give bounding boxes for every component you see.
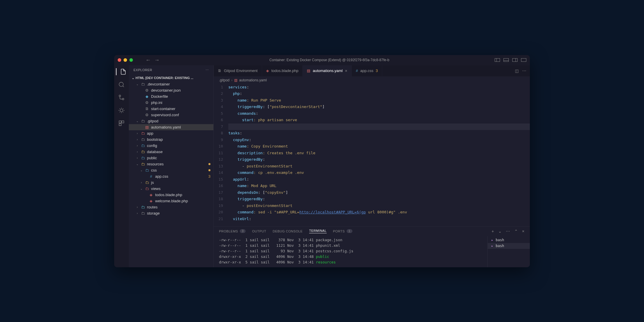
debug-activity-icon[interactable] (118, 107, 125, 114)
toggle-secondary-sidebar-icon[interactable] (512, 58, 518, 62)
folder-icon: 🗀 (145, 186, 149, 191)
titlebar: ← → Container: Existing Docker Compose (… (114, 55, 530, 65)
panel-tab-ports[interactable]: PORTS1 (333, 229, 352, 233)
terminal-label: bash (496, 238, 504, 242)
tab-app-css[interactable]: #app.css3 (352, 65, 382, 76)
tree-item-bootstrap[interactable]: ›🗀bootstrap (129, 136, 213, 143)
tab-label: todos.blade.php (271, 68, 299, 73)
terminal-instance[interactable]: ▸bash (488, 243, 530, 249)
new-terminal-icon[interactable]: + (491, 229, 494, 234)
split-editor-icon[interactable]: ◫ (515, 68, 519, 73)
layout-controls (495, 58, 526, 62)
chevron-icon: › (136, 212, 139, 215)
tree-item-php-ini[interactable]: ⚙php.ini (129, 100, 213, 106)
tree-item--gitpod[interactable]: ⌄🗀.gitpod (129, 118, 213, 124)
tree-item-devcontainer-json[interactable]: ⚙devcontainer.json (129, 87, 213, 93)
code-line-20[interactable]: command: sed -i "s#APP_URL=http://localh… (228, 209, 530, 216)
tree-item-app[interactable]: ›🗀app (129, 130, 213, 136)
tree-item-css[interactable]: ⌄🗀css (129, 167, 213, 173)
toggle-primary-sidebar-icon[interactable] (495, 58, 500, 62)
chevron-down-icon: ⌄ (132, 76, 134, 80)
tree-item-start-container[interactable]: 🗎start-container (129, 106, 213, 112)
panel-tab-output[interactable]: OUTPUT (252, 229, 266, 233)
explorer-title: EXPLORER (133, 68, 152, 72)
terminal-output[interactable]: -rw-r--r-- 1 sail sail 378 Nov 3 14:41 p… (214, 236, 487, 267)
tree-item-label: css (151, 168, 157, 172)
back-button[interactable]: ← (145, 57, 151, 63)
tree-item--devcontainer[interactable]: ⌄🗀.devcontainer (129, 81, 213, 87)
panel-tab-terminal[interactable]: TERMINAL (309, 229, 327, 233)
tree-item-label: Dockerfile (151, 94, 168, 99)
tab-todos-blade-php[interactable]: ◈todos.blade.php (262, 65, 303, 76)
breadcrumb[interactable]: .gitpod › ▧ automations.yaml (214, 76, 530, 84)
code-line-1[interactable]: services: (228, 84, 530, 91)
close-window-button[interactable] (118, 58, 121, 62)
panel-tab-debug-console[interactable]: DEBUG CONSOLE (273, 229, 302, 233)
maximize-window-button[interactable] (129, 58, 133, 62)
chevron-icon: ⌄ (140, 187, 143, 190)
tree-item-config[interactable]: ›🗀config (129, 143, 213, 149)
minimize-window-button[interactable] (124, 58, 127, 62)
tree-item-resources[interactable]: ⌄🗀resources (129, 161, 213, 167)
maximize-panel-icon[interactable]: ⌃ (514, 229, 518, 234)
terminal-content: -rw-r--r-- 1 sail sail 378 Nov 3 14:41 p… (214, 236, 530, 267)
tree-item-automations-yaml[interactable]: ▧automations.yaml (129, 124, 213, 130)
code-line-6[interactable]: start: php artisan serve (228, 117, 530, 124)
code-line-3[interactable]: name: Run PHP Serve (228, 97, 530, 104)
panel-tab-problems[interactable]: PROBLEMS3 (219, 229, 246, 233)
tree-item-app-css[interactable]: #app.css3 (129, 173, 213, 179)
chevron-icon: › (136, 156, 139, 160)
explorer-activity-icon[interactable] (116, 68, 126, 75)
code-line-14[interactable]: command: cp .env.example .env (228, 169, 530, 176)
code-line-18[interactable]: triggeredBy: (228, 196, 530, 203)
workspace-section-header[interactable]: ⌄ HTML [DEV CONTAINER: EXISTING ... (129, 75, 213, 81)
tree-item-todos-blade-php[interactable]: ◈todos.blade.php (129, 192, 213, 198)
code-line-9[interactable]: copyEnv: (228, 137, 530, 143)
code-line-15[interactable]: appUrl: (228, 176, 530, 183)
chevron-icon: › (140, 181, 143, 184)
tree-item-label: bootstrap (147, 137, 163, 142)
search-activity-icon[interactable] (118, 81, 125, 88)
tree-item-js[interactable]: ›🗀js (129, 179, 213, 186)
tree-item-database[interactable]: ›🗀database (129, 149, 213, 155)
code-line-10[interactable]: name: Copy Environment (228, 143, 530, 150)
code-line-12[interactable]: triggeredBy: (228, 156, 530, 163)
code-line-19[interactable]: - postEnvironmentStart (228, 203, 530, 209)
code-line-5[interactable]: commands: (228, 110, 530, 117)
close-tab-icon[interactable]: × (345, 68, 347, 73)
code-content[interactable]: services: php: name: Run PHP Serve trigg… (228, 84, 530, 226)
folder-icon: 🗀 (141, 162, 145, 166)
panel-more-icon[interactable]: ⋯ (506, 229, 510, 234)
customize-layout-icon[interactable] (521, 58, 526, 62)
code-line-7[interactable] (228, 124, 530, 130)
window-title[interactable]: Container: Existing Docker Compose (Exte… (166, 58, 492, 62)
tree-item-welcome-blade-php[interactable]: ◈welcome.blade.php (129, 198, 213, 204)
code-line-13[interactable]: - postEnvironmentStart (228, 163, 530, 170)
more-actions-icon[interactable]: ⋯ (522, 68, 526, 73)
forward-button[interactable]: → (154, 57, 160, 63)
explorer-more-icon[interactable]: ⋯ (205, 68, 209, 72)
tree-item-public[interactable]: ›🗀public (129, 155, 213, 161)
extensions-activity-icon[interactable] (118, 120, 125, 127)
code-line-16[interactable]: name: Mod App URL (228, 183, 530, 189)
code-line-11[interactable]: description: Creates the .env file (228, 150, 530, 157)
code-line-21[interactable]: viteUrl: (228, 216, 530, 222)
tree-item-views[interactable]: ⌄🗀views (129, 186, 213, 192)
tree-item-supervisord-conf[interactable]: ⚙supervisord.conf (129, 112, 213, 118)
code-line-8[interactable]: tasks: (228, 130, 530, 137)
code-line-4[interactable]: triggeredBy: ["postDevcontainerStart"] (228, 104, 530, 110)
terminal-instance[interactable]: ▸bash (488, 237, 530, 243)
tree-item-storage[interactable]: ›🗀storage (129, 210, 213, 216)
tab-Gitpod-Environment[interactable]: 🗎Gitpod Environment (214, 65, 262, 76)
close-panel-icon[interactable]: × (522, 229, 525, 234)
tab-automations-yaml[interactable]: ▧automations.yaml× (303, 65, 352, 76)
toggle-panel-icon[interactable] (503, 58, 509, 62)
code-line-2[interactable]: php: (228, 90, 530, 97)
traffic-lights (118, 58, 133, 62)
tree-item-Dockerfile[interactable]: ◆Dockerfile (129, 93, 213, 100)
terminal-dropdown-icon[interactable]: ⌄ (498, 229, 502, 234)
tree-item-routes[interactable]: ›🗀routes (129, 204, 213, 210)
code-editor[interactable]: 123456789101112131415161718192021 servic… (214, 84, 530, 226)
code-line-17[interactable]: dependsOn: ["copyEnv"] (228, 189, 530, 196)
source-control-activity-icon[interactable] (118, 94, 125, 101)
